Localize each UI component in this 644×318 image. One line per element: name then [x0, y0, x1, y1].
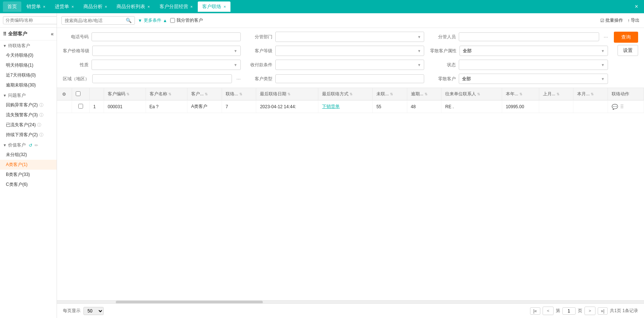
filter-search-icon[interactable]: 🔍 [126, 18, 132, 23]
first-page-btn[interactable]: |« [530, 307, 540, 315]
phone-input[interactable] [92, 32, 241, 41]
nav-analysis-list[interactable]: 商品分析列表 × [112, 1, 154, 12]
cust-grade-select[interactable]: ▼ [275, 46, 425, 56]
th-unit-contact[interactable]: 往来单位联系人 ⇅ [441, 88, 502, 100]
sidebar-item-c-class[interactable]: C类客户(6) [0, 180, 57, 190]
row-code: 000031 [104, 100, 146, 113]
nav-purchase[interactable]: 进货单 × [50, 1, 78, 12]
th-checkbox[interactable] [72, 88, 89, 100]
retail-label: 零散客户 [430, 76, 456, 82]
settings-button[interactable]: 设置 [618, 45, 638, 56]
sidebar-item-a-class[interactable]: A类客户(1) [0, 160, 57, 170]
message-icon[interactable]: 💬 [612, 104, 618, 110]
nav-analysis[interactable]: 商品分析 × [79, 1, 111, 12]
my-customers-checkbox[interactable] [170, 18, 175, 23]
window-close-button[interactable]: × [632, 3, 641, 10]
query-button[interactable]: 查询 [614, 32, 638, 43]
nav-customer-seg-close[interactable]: × [190, 4, 193, 9]
retail-attr-select[interactable]: 全部 ▼ [459, 46, 608, 56]
th-code[interactable]: 客户编码 ⇅ [104, 88, 146, 100]
select-all-checkbox[interactable] [76, 91, 80, 96]
nav-sales[interactable]: 销货单 × [22, 1, 50, 12]
churn-warning-label: 流失预警客户(3) [6, 112, 38, 118]
my-customers-filter[interactable]: 我分管的客户 [170, 17, 203, 24]
prev-page-btn[interactable]: ＜ [543, 307, 554, 315]
nav-analysis-list-close[interactable]: × [147, 4, 150, 9]
status-select[interactable]: ▼ [459, 60, 608, 70]
payment-select[interactable]: ▼ [275, 60, 425, 70]
value-section-label: 价值客户 [8, 142, 26, 148]
retail-select[interactable]: 全部 ▼ [459, 74, 608, 84]
nav-analysis-close[interactable]: × [105, 4, 107, 9]
main-layout: 🔍 ⠿ 全部客户 « ▼ 待联络客户 今天待联络(0) 明天待联络(1) 近7天… [0, 13, 644, 318]
th-last-month[interactable]: 上月... ⇅ [539, 88, 573, 100]
sidebar-item-ungraded[interactable]: 未分组(32) [0, 150, 57, 160]
filter-search-input[interactable] [65, 18, 124, 23]
sidebar-item-7days[interactable]: 近7天待联络(0) [0, 70, 57, 80]
section-problem[interactable]: ▼ 问题客户 [0, 90, 57, 100]
th-this-year[interactable]: 本年... ⇅ [502, 88, 539, 100]
last-method-link[interactable]: 下销货单 [322, 104, 340, 109]
horizontal-scrollbar[interactable] [57, 300, 644, 303]
th-name-label: 客户名称 [150, 91, 167, 97]
sidebar-item-declining[interactable]: 持续下滑客户(2) ⓘ [0, 130, 57, 140]
payment-label: 收付款条件 [247, 62, 272, 68]
next-page-btn[interactable]: ＞ [584, 307, 595, 315]
filter-retail: 零散客户 全部 ▼ [430, 74, 608, 84]
th-contact[interactable]: 联络... ⇅ [222, 88, 256, 100]
region-input[interactable] [92, 74, 232, 83]
value-refresh-icon[interactable]: ↺ [29, 143, 32, 148]
sidebar-item-today[interactable]: 今天待联络(0) [0, 50, 57, 60]
cust-type-input[interactable] [275, 74, 425, 83]
tomorrow-label: 明天待联络(1) [6, 62, 33, 68]
row-checkbox[interactable] [78, 104, 83, 109]
export-btn[interactable]: ↑ 导出 [627, 17, 640, 24]
th-overdue[interactable]: 逾期... ⇅ [407, 88, 441, 100]
dept-select[interactable]: ▼ [275, 32, 425, 42]
th-uncontacted[interactable]: 未联... ⇅ [372, 88, 407, 100]
sidebar-item-tomorrow[interactable]: 明天待联络(1) [0, 60, 57, 70]
value-edit-icon[interactable]: ✏ [35, 143, 38, 148]
repurchase-label: 回购异常客户(2) [6, 102, 38, 108]
page-number-input[interactable] [562, 307, 576, 315]
more-filters-btn[interactable]: ▼ 更多条件 ▲ [138, 17, 167, 24]
section-value[interactable]: ▼ 价值客户 ↺ ✏ [0, 140, 57, 150]
table-container: ⚙ 客户编码 ⇅ [57, 88, 644, 300]
th-this-month[interactable]: 本月... ⇅ [573, 88, 608, 100]
th-last-method[interactable]: 最后联络方式 ⇅ [318, 88, 373, 100]
contact-icon[interactable]: ⠿ [620, 104, 624, 110]
th-grade[interactable]: 客户... ⇅ [187, 88, 222, 100]
nav-customer-contact[interactable]: 客户联络 × [198, 1, 230, 12]
batch-op-btn[interactable]: ☑ 批量操作 [600, 17, 623, 24]
region-dots-icon[interactable]: ··· [236, 76, 241, 82]
manager-dots-icon[interactable]: ··· [604, 34, 608, 40]
nav-customer-seg[interactable]: 客户分层经营 × [155, 1, 197, 12]
sidebar-item-churn-warning[interactable]: 流失预警客户(3) ⓘ [0, 110, 57, 120]
price-grade-select[interactable]: ▼ [92, 46, 241, 56]
last-page-btn[interactable]: »| [598, 307, 608, 315]
sidebar-item-overdue[interactable]: 逾期未联络(30) [0, 80, 57, 90]
section-pending[interactable]: ▼ 待联络客户 [0, 40, 57, 50]
nav-customer-contact-close[interactable]: × [223, 4, 226, 9]
sidebar-all-customers[interactable]: ⠿ 全部客户 « [0, 28, 57, 40]
page-size-select[interactable]: 20 50 100 200 [83, 307, 104, 315]
nav-sales-close[interactable]: × [43, 4, 45, 9]
filter-cust-grade: 客户等级 ▼ [247, 46, 425, 56]
th-name[interactable]: 客户名称 ⇅ [146, 88, 187, 100]
last-method-sort-icon: ⇅ [350, 92, 353, 96]
nav-home[interactable]: 首页 [3, 1, 21, 12]
sidebar-item-churned[interactable]: 已流失客户(24) ⓘ [0, 120, 57, 130]
th-gear[interactable]: ⚙ [57, 88, 72, 100]
manager-input[interactable] [459, 32, 599, 41]
sidebar-collapse-icon[interactable]: « [51, 31, 54, 37]
sidebar-search-input[interactable] [3, 16, 57, 24]
name-sort-icon: ⇅ [168, 92, 171, 96]
th-last-date[interactable]: 最后联络日期 ⇅ [256, 88, 318, 100]
row-checkbox-cell[interactable] [72, 100, 89, 113]
filter-search-box[interactable]: 🔍 [61, 16, 135, 25]
nature-select[interactable]: ▼ [92, 60, 241, 70]
sidebar-item-repurchase[interactable]: 回购异常客户(2) ⓘ [0, 100, 57, 110]
nav-purchase-close[interactable]: × [71, 4, 74, 9]
sidebar-item-b-class[interactable]: B类客户(33) [0, 170, 57, 180]
row-last-method[interactable]: 下销货单 [318, 100, 373, 113]
